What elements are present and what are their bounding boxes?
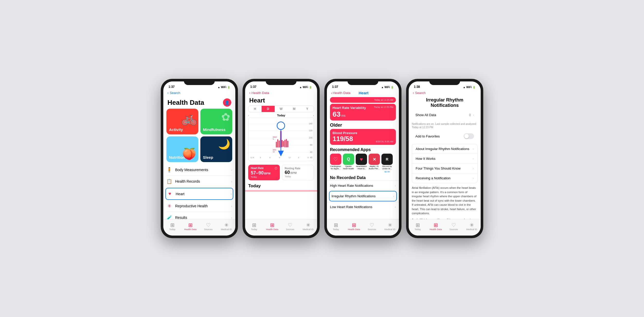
tab-today-3[interactable]: ⊞ Today	[327, 222, 345, 231]
tab-H[interactable]: H	[248, 106, 262, 112]
tab-sources-1[interactable]: ♡ Sources	[199, 222, 217, 231]
app-cardiogram[interactable]: ♡ Cardiogram for Apple...	[330, 154, 341, 173]
back-label-1[interactable]: Search	[170, 91, 180, 95]
record-icon: R	[381, 154, 393, 165]
tab-healthdata-1[interactable]: ⊞ Health Data	[181, 222, 199, 231]
back-chevron-4[interactable]: ‹	[413, 91, 414, 95]
about-irn-row[interactable]: About Irregular Rhythm Notifications ›	[412, 144, 477, 154]
sleep-card[interactable]: 🌙 Sleep	[200, 136, 232, 162]
blood-pressure-card[interactable]: Blood Pressure 119/58 9/20/16, 9:35 AM	[330, 129, 396, 145]
tab-healthdata-2[interactable]: ⊞ Health Data	[263, 222, 281, 231]
bp-label: Blood Pressure	[333, 131, 357, 135]
tab-M[interactable]: M	[288, 106, 301, 112]
results-item[interactable]: 🧪 Results ›	[166, 212, 232, 219]
tab-medicalid-label-2: Medical ID	[303, 228, 314, 231]
battery-icon-3: 🔋	[391, 86, 394, 89]
heart-label: Heart	[176, 192, 228, 196]
activity-card[interactable]: 🚲 Activity	[166, 109, 198, 134]
heart-rate-unit: BPM	[264, 172, 270, 175]
low-heart-rate-item[interactable]: Low Heart Rate Notifications ›	[327, 202, 399, 212]
tab-sources-4[interactable]: ♡ Sources	[445, 222, 463, 231]
tab-medicalid-4[interactable]: ✳ Medical ID	[463, 222, 481, 231]
chart-back-btn[interactable]: ‹	[248, 114, 249, 117]
svg-text:120: 120	[309, 129, 312, 132]
irregular-rhythm-item[interactable]: Irregular Rhythm Notifications ›	[329, 191, 397, 201]
favorites-toggle[interactable]	[464, 133, 474, 139]
app-aaptiv[interactable]: ✕ Aaptiv: #1 Audio Fitn...	[369, 154, 380, 173]
page-title-1: Health Data	[167, 99, 204, 107]
tab-W[interactable]: W	[275, 106, 288, 112]
tab-today-icon-1: ⊞	[170, 222, 175, 228]
body-measurements-label: Body Measurements	[175, 168, 228, 172]
heartwatch-icon: ♥	[356, 154, 367, 165]
resting-rate-card[interactable]: Resting Rate 60 BPM Today	[282, 165, 314, 180]
tab-healthdata-icon-2: ⊞	[270, 222, 274, 228]
svg-text:60: 60	[310, 151, 312, 153]
record-price: $2.99	[384, 171, 390, 173]
app-qardio[interactable]: Q Qardio heart health	[343, 154, 354, 173]
show-all-data-row[interactable]: Show All Data 0 ›	[412, 110, 478, 120]
tab-today-1[interactable]: ⊞ Today	[163, 222, 181, 231]
reproductive-health-item[interactable]: ✳ Reproductive Health ›	[166, 200, 232, 212]
tab-bar-4: ⊞ Today ⊞ Health Data ♡ Sources ✳ Medica…	[409, 219, 481, 236]
receiving-row[interactable]: Receiving a Notification ›	[412, 173, 477, 183]
tab-sources-3[interactable]: ♡ Sources	[363, 222, 381, 231]
add-favorites-label: Add to Favorites	[415, 134, 440, 138]
cardiogram-icon: ♡	[330, 154, 341, 165]
mindfulness-card[interactable]: ✿ Mindfulness	[200, 109, 232, 134]
back-chevron-3[interactable]: ‹	[331, 91, 332, 95]
tab-Y[interactable]: Y	[301, 106, 314, 112]
back-chevron-2[interactable]: ‹	[249, 91, 251, 95]
svg-text:9...: 9...	[273, 138, 275, 140]
heart-item[interactable]: ♥ Heart ›	[165, 188, 233, 200]
tab-sources-2[interactable]: ♡ Sources	[281, 222, 299, 231]
hrv-value: 63	[333, 110, 341, 118]
tab-today-4[interactable]: ⊞ Today	[409, 222, 427, 231]
heart-rate-label: Heart Rate	[251, 167, 264, 170]
nutrition-card[interactable]: 🍑 Nutrition	[166, 136, 198, 162]
svg-rect-25	[286, 139, 287, 147]
app-heartwatch[interactable]: ♥ HeartWatch · Heart &...	[356, 154, 367, 173]
tab-bar-1: ⊞ Today ⊞ Health Data ♡ Sources ✳ Medica…	[163, 219, 235, 236]
tab-D[interactable]: D	[262, 106, 275, 112]
high-hr-chevron: ›	[395, 184, 396, 188]
chart-date-label: Today	[277, 114, 285, 117]
back-label-3[interactable]: Health Data	[333, 91, 351, 95]
tab-today-2[interactable]: ⊞ Today	[245, 222, 263, 231]
wifi-icon-1: WiFi	[221, 86, 226, 89]
avatar-1[interactable]: 👤	[223, 98, 231, 107]
back-label-4[interactable]: Search	[415, 91, 426, 95]
tab-medicalid-3[interactable]: ✳ Medical ID	[381, 222, 399, 231]
tab-healthdata-4[interactable]: ⊞ Health Data	[427, 222, 445, 231]
notifications-note: Notifications are on. Last sample collec…	[409, 122, 481, 130]
body-measurements-item[interactable]: 🧍 Body Measurements ›	[166, 164, 232, 176]
tab-medicalid-1[interactable]: ✳ Medical ID	[217, 222, 235, 231]
irregular-rhythm-chevron: ›	[393, 194, 394, 198]
heart-rate-info-icon[interactable]: ⓘ	[275, 167, 277, 170]
notch-3	[347, 79, 378, 85]
tab-healthdata-icon-3: ⊞	[352, 222, 356, 228]
irn-title: Irregular Rhythm Notifications	[409, 96, 481, 110]
tab-healthdata-label-1: Health Data	[184, 228, 196, 231]
svg-rect-26	[287, 141, 288, 147]
tab-healthdata-3[interactable]: ⊞ Health Data	[345, 222, 363, 231]
chart-fwd-btn[interactable]: ›	[313, 114, 314, 117]
svg-text:12: 12	[289, 156, 291, 159]
tab-healthdata-label-3: Health Data	[348, 228, 360, 231]
bicycle-icon: 🚲	[181, 111, 197, 126]
heart-rate-card[interactable]: Heart Rate ⓘ 57–90 BPM Today	[248, 165, 280, 180]
health-records-item[interactable]: 📋 Health Records ›	[166, 176, 232, 187]
tab-medicalid-2[interactable]: ✳ Medical ID	[299, 222, 317, 231]
hrv-card[interactable]: Heart Rate Variability Today at 12:23 PM…	[330, 104, 396, 120]
back-label-2[interactable]: Health Data	[252, 91, 269, 95]
how-it-works-row[interactable]: How It Works ›	[412, 154, 477, 164]
phone-2: 1:37 ▲ WiFi 🔋 ‹ Health Data Heart H D	[243, 79, 320, 238]
status-icons-3: ▲ WiFi 🔋	[381, 86, 394, 89]
four-things-row[interactable]: Four Things You Should Know ›	[412, 164, 477, 173]
activity-label: Activity	[169, 127, 196, 132]
category-grid: 🚲 Activity ✿ Mindfulness 🍑 Nutrition	[163, 109, 235, 164]
high-heart-rate-item[interactable]: High Heart Rate Notifications ›	[327, 181, 399, 190]
app-record[interactable]: R Record by Under Ar... $2.99	[381, 154, 393, 173]
add-favorites-row[interactable]: Add to Favorites	[412, 130, 478, 142]
back-chevron-1[interactable]: ‹	[167, 91, 169, 95]
